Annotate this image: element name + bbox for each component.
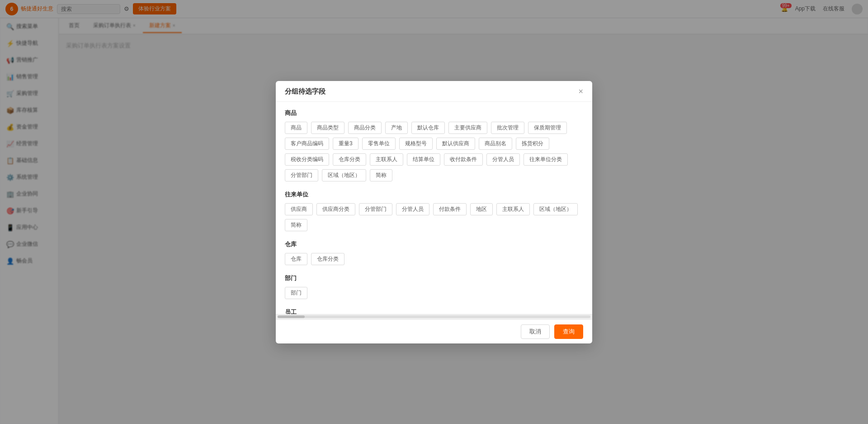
- field-tag-goods-19[interactable]: 收付款条件: [444, 153, 483, 166]
- section-title-goods: 商品: [285, 109, 583, 117]
- field-tag-warehouse-0[interactable]: 仓库: [285, 253, 307, 265]
- field-tag-partner-7[interactable]: 区域（地区）: [533, 203, 578, 215]
- field-tag-goods-5[interactable]: 主要供应商: [448, 122, 487, 134]
- field-tags-department: 部门: [285, 287, 583, 299]
- hscroll-track: [278, 315, 590, 318]
- field-tag-partner-6[interactable]: 主联系人: [496, 203, 530, 215]
- field-tag-goods-6[interactable]: 批次管理: [491, 122, 524, 134]
- section-title-partner: 往来单位: [285, 191, 583, 199]
- field-tag-goods-14[interactable]: 拣货积分: [516, 138, 549, 150]
- section-title-department: 部门: [285, 274, 583, 282]
- field-tag-goods-4[interactable]: 默认仓库: [411, 122, 445, 134]
- field-tag-department-0[interactable]: 部门: [285, 287, 307, 299]
- dialog-header: 分组待选字段 ×: [276, 81, 592, 102]
- section-goods: 商品商品商品类型商品分类产地默认仓库主要供应商批次管理保质期管理客户商品编码重量…: [285, 109, 583, 181]
- field-tag-partner-1[interactable]: 供应商分类: [316, 203, 355, 215]
- section-department: 部门部门: [285, 274, 583, 299]
- section-warehouse: 仓库仓库仓库分类: [285, 240, 583, 265]
- field-tag-partner-2[interactable]: 分管部门: [359, 203, 392, 215]
- section-title-employee: 员工: [285, 308, 583, 314]
- field-tag-goods-9[interactable]: 重量3: [333, 138, 359, 150]
- field-tag-goods-23[interactable]: 区域（地区）: [322, 169, 366, 181]
- dialog-overlay: 分组待选字段 × 商品商品商品类型商品分类产地默认仓库主要供应商批次管理保质期管…: [0, 0, 868, 424]
- field-tags-warehouse: 仓库仓库分类: [285, 253, 583, 265]
- field-tag-goods-15[interactable]: 税收分类编码: [285, 153, 329, 166]
- hscroll-thumb: [278, 315, 305, 318]
- field-tag-goods-18[interactable]: 结算单位: [407, 153, 440, 166]
- dialog-close-button[interactable]: ×: [578, 87, 583, 95]
- field-tag-partner-0[interactable]: 供应商: [285, 203, 313, 215]
- field-tag-partner-8[interactable]: 简称: [285, 219, 307, 231]
- field-tag-goods-11[interactable]: 规格型号: [399, 138, 433, 150]
- cancel-button[interactable]: 取消: [521, 324, 550, 339]
- field-tags-partner: 供应商供应商分类分管部门分管人员付款条件地区主联系人区域（地区）简称: [285, 203, 583, 231]
- field-tag-goods-1[interactable]: 商品类型: [311, 122, 344, 134]
- section-title-warehouse: 仓库: [285, 240, 583, 248]
- field-tag-goods-8[interactable]: 客户商品编码: [285, 138, 329, 150]
- field-tag-partner-4[interactable]: 付款条件: [433, 203, 467, 215]
- field-tag-goods-3[interactable]: 产地: [385, 122, 408, 134]
- field-tag-goods-22[interactable]: 分管部门: [285, 169, 318, 181]
- field-tag-goods-12[interactable]: 默认供应商: [436, 138, 475, 150]
- field-tag-warehouse-1[interactable]: 仓库分类: [311, 253, 344, 265]
- field-tag-goods-0[interactable]: 商品: [285, 122, 307, 134]
- field-tag-goods-2[interactable]: 商品分类: [348, 122, 382, 134]
- field-tag-goods-20[interactable]: 分管人员: [486, 153, 520, 166]
- field-tag-goods-16[interactable]: 仓库分类: [333, 153, 366, 166]
- dialog-footer: 取消 查询: [276, 319, 592, 343]
- field-tags-goods: 商品商品类型商品分类产地默认仓库主要供应商批次管理保质期管理客户商品编码重量3零…: [285, 122, 583, 181]
- dialog: 分组待选字段 × 商品商品商品类型商品分类产地默认仓库主要供应商批次管理保质期管…: [276, 81, 592, 343]
- section-employee: 员工业务员: [285, 308, 583, 314]
- field-tag-goods-10[interactable]: 零售单位: [362, 138, 396, 150]
- section-partner: 往来单位供应商供应商分类分管部门分管人员付款条件地区主联系人区域（地区）简称: [285, 191, 583, 231]
- field-tag-goods-21[interactable]: 往来单位分类: [524, 153, 568, 166]
- dialog-body[interactable]: 商品商品商品类型商品分类产地默认仓库主要供应商批次管理保质期管理客户商品编码重量…: [276, 102, 592, 314]
- field-tag-goods-17[interactable]: 主联系人: [370, 153, 403, 166]
- confirm-button[interactable]: 查询: [554, 324, 583, 339]
- field-tag-goods-24[interactable]: 简称: [370, 169, 392, 181]
- field-tag-partner-3[interactable]: 分管人员: [396, 203, 429, 215]
- dialog-title: 分组待选字段: [285, 87, 326, 96]
- field-tag-goods-13[interactable]: 商品别名: [479, 138, 512, 150]
- dialog-hscroll[interactable]: [276, 314, 592, 319]
- field-tag-partner-5[interactable]: 地区: [470, 203, 493, 215]
- field-tag-goods-7[interactable]: 保质期管理: [528, 122, 567, 134]
